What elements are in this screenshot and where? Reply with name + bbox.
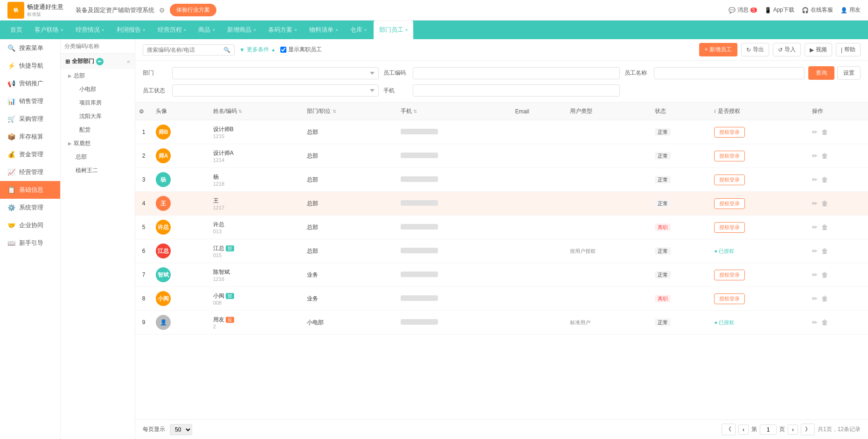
sidebar-item-新手引导[interactable]: 📖 新手引导: [0, 234, 60, 252]
nav-tab-close[interactable]: ×: [212, 28, 215, 33]
col-name[interactable]: 姓名/编码 ⇅: [209, 103, 303, 120]
sidebar-item-销售管理[interactable]: 📊 销售管理: [0, 92, 60, 110]
edit-icon[interactable]: ✏: [96, 58, 104, 65]
col-phone[interactable]: 手机 ⇅: [397, 103, 511, 120]
sidebar-item-基础信息[interactable]: 📋 基础信息: [0, 181, 60, 199]
delete-icon[interactable]: 🗑: [821, 247, 828, 255]
online-service-btn[interactable]: 🎧 在线客服: [802, 6, 833, 14]
nav-tab-商品[interactable]: 商品×: [193, 21, 221, 39]
sidebar-item-企业协同[interactable]: 🤝 企业协同: [0, 216, 60, 234]
delete-icon[interactable]: 🗑: [821, 200, 828, 207]
nav-tab-物料清单[interactable]: 物料清单×: [304, 21, 344, 39]
view-btn[interactable]: ▶ 视频: [805, 43, 832, 56]
delete-icon[interactable]: 🗑: [821, 295, 828, 302]
delete-icon[interactable]: 🗑: [821, 176, 828, 183]
sidebar-item-快捷导航[interactable]: ⚡ 快捷导航: [0, 57, 60, 75]
emp-status-select[interactable]: [172, 84, 379, 97]
tree-node-小电部[interactable]: 小电部: [61, 83, 135, 96]
auth-btn[interactable]: 授权登录: [714, 270, 745, 280]
show-resigned-label[interactable]: 显示离职员工: [280, 46, 322, 54]
sidebar-item-搜索菜单[interactable]: 🔍 搜索菜单: [0, 39, 60, 57]
sidebar-item-营销推广[interactable]: 📢 营销推广: [0, 75, 60, 92]
tree-node-植树王二[interactable]: 植树王二: [61, 164, 135, 177]
prev-page-btn[interactable]: ‹: [738, 425, 749, 435]
tree-node-配货[interactable]: 配货: [61, 123, 135, 137]
nav-tab-利润报告[interactable]: 利润报告×: [111, 21, 151, 39]
message-btn[interactable]: 💬 消息 5: [729, 6, 757, 14]
filter-btn[interactable]: ▼ 更多条件 ▲: [239, 46, 276, 54]
nav-tab-close[interactable]: ×: [294, 28, 297, 33]
delete-icon[interactable]: 🗑: [821, 319, 828, 326]
delete-icon[interactable]: 🗑: [821, 152, 828, 160]
sidebar-item-经营管理[interactable]: 📈 经营管理: [0, 163, 60, 181]
collapse-icon[interactable]: «: [127, 58, 130, 65]
sidebar-item-系统管理[interactable]: ⚙️ 系统管理: [0, 199, 60, 216]
edit-icon[interactable]: ✏: [812, 200, 818, 207]
delete-icon[interactable]: 🗑: [821, 223, 828, 231]
app-download-btn[interactable]: 📱 App下载: [764, 6, 794, 14]
auth-btn[interactable]: 授权登录: [714, 151, 745, 161]
try-btn[interactable]: 体验行业方案: [170, 4, 216, 16]
auth-btn[interactable]: 授权登录: [714, 127, 745, 138]
nav-tab-经营情况[interactable]: 经营情况×: [70, 21, 110, 39]
nav-tab-经营历程[interactable]: 经营历程×: [152, 21, 192, 39]
dept-select[interactable]: [172, 67, 379, 79]
auth-btn[interactable]: 授权登录: [714, 293, 745, 304]
auth-btn[interactable]: 授权登录: [714, 198, 745, 209]
user-btn[interactable]: 👤 用友: [840, 6, 861, 14]
edit-icon[interactable]: ✏: [812, 247, 818, 255]
first-page-btn[interactable]: 《: [722, 424, 736, 435]
tree-node-总部[interactable]: 总部: [61, 150, 135, 164]
sidebar-item-库存核算[interactable]: 📦 库存核算: [0, 128, 60, 146]
nav-tab-close[interactable]: ×: [61, 28, 63, 33]
show-resigned-checkbox[interactable]: [280, 47, 286, 53]
next-page-btn[interactable]: ›: [788, 425, 798, 435]
delete-icon[interactable]: 🗑: [821, 271, 828, 279]
tree-node-双鹿想[interactable]: ▶ 双鹿想: [61, 137, 135, 150]
sidebar-item-采购管理[interactable]: 🛒 采购管理: [0, 110, 60, 128]
nav-tab-首页[interactable]: 首页: [5, 21, 28, 39]
emp-code-input[interactable]: [413, 67, 619, 79]
phone-input[interactable]: [413, 84, 619, 97]
nav-tab-部门员工[interactable]: 部门员工×: [374, 21, 414, 39]
search-input[interactable]: [147, 47, 222, 53]
nav-tab-close[interactable]: ×: [335, 28, 338, 33]
sidebar-item-资金管理[interactable]: 💰 资金管理: [0, 146, 60, 163]
tree-node-项目库房[interactable]: 项目库房: [61, 96, 135, 110]
nav-tab-新增商品[interactable]: 新增商品×: [222, 21, 262, 39]
export-btn[interactable]: ↻ 导出: [741, 43, 769, 56]
edit-icon[interactable]: ✏: [812, 223, 818, 231]
nav-tab-close[interactable]: ×: [253, 28, 256, 33]
nav-tab-close[interactable]: ×: [364, 28, 367, 33]
edit-icon[interactable]: ✏: [812, 152, 818, 160]
search-icon[interactable]: 🔍: [223, 47, 230, 53]
edit-icon[interactable]: ✏: [812, 176, 818, 183]
nav-tab-条码方案[interactable]: 条码方案×: [263, 21, 303, 39]
auth-btn[interactable]: 授权登录: [714, 222, 745, 233]
col-dept[interactable]: 部门/职位 ⇅: [303, 103, 397, 120]
edit-icon[interactable]: ✏: [812, 128, 818, 136]
gear-icon[interactable]: ⚙: [159, 7, 165, 14]
settings-btn[interactable]: 设置: [837, 66, 861, 80]
edit-icon[interactable]: ✏: [812, 271, 818, 279]
delete-icon[interactable]: 🗑: [821, 128, 828, 136]
tree-node-沈阳大库[interactable]: 沈阳大库: [61, 110, 135, 123]
nav-tab-close[interactable]: ×: [405, 28, 408, 33]
nav-tab-close[interactable]: ×: [143, 28, 146, 33]
tree-node-总部[interactable]: ▶ 总部: [61, 69, 135, 83]
search-btn[interactable]: 查询: [808, 66, 834, 80]
col-settings[interactable]: ⚙: [135, 103, 152, 120]
emp-name-input[interactable]: [654, 67, 805, 79]
import-btn[interactable]: ↺ 导入: [773, 43, 801, 56]
nav-tab-close[interactable]: ×: [184, 28, 187, 33]
edit-icon[interactable]: ✏: [812, 295, 818, 302]
nav-tab-客户联络[interactable]: 客户联络×: [29, 21, 69, 39]
page-input[interactable]: [760, 425, 777, 435]
help-btn[interactable]: | 帮助: [836, 43, 861, 56]
tree-search-input[interactable]: [64, 43, 134, 49]
nav-tab-仓库[interactable]: 仓库×: [345, 21, 373, 39]
nav-tab-close[interactable]: ×: [102, 28, 104, 33]
auth-btn[interactable]: 授权登录: [714, 174, 745, 185]
add-employee-btn[interactable]: + 新增员工: [699, 43, 737, 56]
per-page-select[interactable]: 50: [170, 424, 192, 435]
